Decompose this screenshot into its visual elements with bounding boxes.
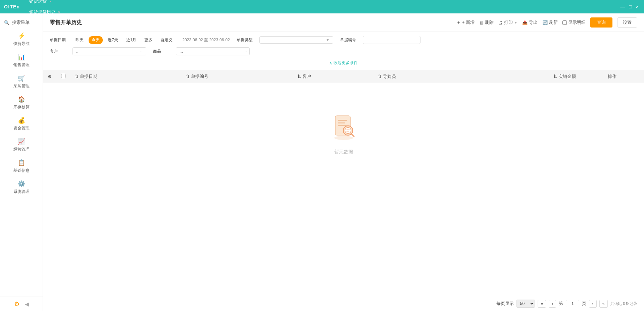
- th-guide[interactable]: ⇅ 导购员: [373, 70, 469, 83]
- sidebar-item-operation[interactable]: 📈 经营管理: [0, 135, 43, 156]
- window-maximize-btn[interactable]: □: [629, 4, 632, 9]
- svg-point-6: [345, 127, 351, 134]
- show-detail-checkbox[interactable]: [562, 20, 567, 25]
- svg-rect-2: [338, 120, 347, 121]
- svg-point-0: [334, 136, 353, 140]
- th-settings[interactable]: ⚙: [43, 70, 56, 83]
- pagination-total: 共0页, 0条记录: [610, 301, 637, 307]
- export-button[interactable]: 📤 导出: [522, 19, 538, 25]
- sidebar-item-quick-nav[interactable]: ⚡ 快捷导航: [0, 29, 43, 50]
- select-all-checkbox[interactable]: [61, 74, 65, 78]
- collapse-sidebar-btn[interactable]: ◀: [25, 301, 29, 307]
- sidebar-item-purchase[interactable]: 🛒 采购管理: [0, 71, 43, 92]
- th-amount[interactable]: ⇅ 实销金额: [469, 70, 580, 83]
- tab-sales-return[interactable]: 销货退货×: [24, 0, 65, 7]
- docnum-input[interactable]: [363, 36, 420, 44]
- print-label: 打印: [504, 19, 513, 25]
- refresh-button[interactable]: 🔄 刷新: [542, 19, 558, 25]
- print-button[interactable]: 🖨 打印 ▼: [498, 19, 517, 25]
- date-btn-custom[interactable]: 自定义: [157, 36, 176, 44]
- sidebar-quicknav-label: 快捷导航: [13, 41, 30, 47]
- quicknav-icon: ⚡: [18, 32, 25, 40]
- collapse-label: 收起更多条件: [334, 60, 358, 66]
- filter-row-2: 客户 ··· 商品 ···: [50, 47, 637, 55]
- purchase-icon: 🛒: [18, 74, 25, 82]
- print-icon: 🖨: [498, 20, 503, 25]
- window-minimize-btn[interactable]: —: [620, 4, 625, 9]
- show-detail-checkbox-label[interactable]: 显示明细: [562, 19, 586, 25]
- page-num-input[interactable]: [566, 300, 579, 307]
- add-icon: ＋: [456, 19, 461, 25]
- date-btn-1month[interactable]: 近1月: [123, 36, 140, 44]
- operation-icon: 📈: [18, 138, 25, 145]
- svg-rect-4: [338, 125, 347, 126]
- table-body: 暂无数据: [43, 83, 644, 182]
- empty-row: 暂无数据: [43, 83, 644, 182]
- show-detail-label: 显示明细: [568, 19, 586, 25]
- export-icon: 📤: [522, 20, 528, 25]
- date-btn-7days[interactable]: 近7天: [105, 36, 121, 44]
- collapse-bar[interactable]: ∧ 收起更多条件: [50, 59, 637, 66]
- window-controls: — □ ×: [620, 4, 641, 9]
- sidebar-item-sales[interactable]: 📊 销售管理: [0, 50, 43, 71]
- date-btn-more[interactable]: 更多: [141, 36, 155, 44]
- print-dropdown-icon: ▼: [514, 21, 517, 24]
- basicinfo-icon: 📋: [18, 159, 25, 166]
- th-docnum-label: ⇅ 单据编号: [186, 74, 208, 79]
- sidebar-item-basic-info[interactable]: 📋 基础信息: [0, 156, 43, 177]
- th-date[interactable]: ⇅ 单据日期: [70, 70, 181, 83]
- customer-input-wrap: ···: [72, 47, 146, 55]
- th-guide-label: ⇅ 导购员: [378, 74, 396, 79]
- add-button[interactable]: ＋ + 新增: [456, 19, 475, 25]
- window-close-btn[interactable]: ×: [636, 4, 639, 9]
- docnum-label: 单据编号: [340, 37, 356, 43]
- next-page-btn[interactable]: ›: [589, 300, 596, 308]
- sidebar-item-inventory[interactable]: 🏠 库存核算: [0, 92, 43, 113]
- date-btn-today[interactable]: 今天: [89, 36, 103, 44]
- customer-ellipsis-icon[interactable]: ···: [140, 49, 144, 54]
- filter-area: 单据日期 昨天 今天 近7天 近1月 更多 自定义 2023-06-02 至 2…: [43, 32, 644, 70]
- inventory-icon: 🏠: [18, 96, 25, 103]
- delete-button[interactable]: 🗑 删除: [479, 19, 494, 25]
- customer-input[interactable]: [72, 47, 146, 55]
- settings-bottom-icon[interactable]: ⚙: [14, 300, 19, 308]
- date-range-display: 2023-06-02 至 2023-06-02: [182, 37, 230, 43]
- goods-input-wrap: ···: [176, 47, 250, 55]
- data-table: ⚙ ⇅ 单据日期 ⇅ 单据编号 ⇅ 客户: [43, 70, 644, 182]
- collapse-chevron-icon: ∧: [329, 61, 332, 65]
- refresh-label: 刷新: [549, 19, 558, 25]
- sidebar-finance-label: 资金管理: [13, 125, 30, 131]
- date-btn-yesterday[interactable]: 昨天: [72, 36, 87, 44]
- first-page-btn[interactable]: «: [538, 300, 546, 308]
- page-label-prefix: 第: [559, 301, 563, 307]
- doctype-dropdown-icon: ▼: [326, 38, 330, 42]
- delete-icon: 🗑: [479, 20, 484, 25]
- page-label-suffix: 页: [582, 301, 586, 307]
- export-label: 导出: [529, 19, 538, 25]
- query-button[interactable]: 查询: [590, 17, 612, 28]
- th-customer[interactable]: ⇅ 客户: [293, 70, 373, 83]
- doctype-select[interactable]: ▼: [259, 36, 333, 44]
- filter-row-1: 单据日期 昨天 今天 近7天 近1月 更多 自定义 2023-06-02 至 2…: [50, 36, 637, 44]
- goods-label: 商品: [153, 49, 169, 54]
- goods-input[interactable]: [176, 47, 250, 55]
- th-date-label: ⇅ 单据日期: [75, 74, 97, 79]
- system-icon: ⚙️: [18, 180, 25, 188]
- content-area: 零售开单历史 ＋ + 新增 🗑 删除 🖨 打印 ▼ 📤 导出: [43, 13, 644, 311]
- th-amount-label: ⇅ 实销金额: [553, 74, 576, 79]
- goods-ellipsis-icon[interactable]: ···: [243, 49, 247, 54]
- sidebar-item-finance[interactable]: 💰 资金管理: [0, 113, 43, 135]
- customer-label: 客户: [50, 49, 66, 54]
- sidebar-basicinfo-label: 基础信息: [13, 168, 30, 173]
- header-actions: ＋ + 新增 🗑 删除 🖨 打印 ▼ 📤 导出 🔄: [456, 17, 637, 32]
- sidebar-item-search[interactable]: 🔍 搜索采单: [0, 16, 43, 29]
- page-header: 零售开单历史 ＋ + 新增 🗑 删除 🖨 打印 ▼ 📤 导出: [43, 13, 644, 32]
- per-page-select[interactable]: 20 50 100 200: [516, 300, 535, 308]
- th-customer-label: ⇅ 客户: [297, 74, 311, 79]
- last-page-btn[interactable]: »: [599, 300, 608, 308]
- tab-close-sales-return[interactable]: ×: [49, 0, 51, 3]
- prev-page-btn[interactable]: ‹: [549, 300, 556, 308]
- settings-button[interactable]: 设置: [617, 17, 637, 28]
- sidebar-item-system[interactable]: ⚙️ 系统管理: [0, 177, 43, 198]
- th-docnum[interactable]: ⇅ 单据编号: [181, 70, 292, 83]
